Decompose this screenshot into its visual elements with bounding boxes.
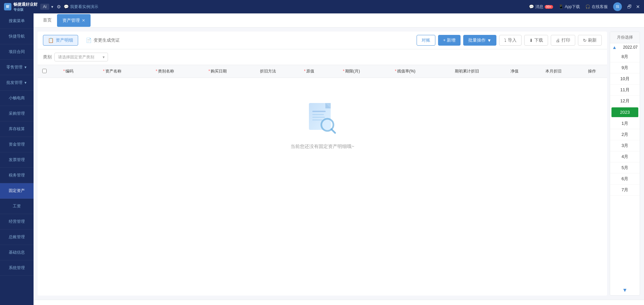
sidebar-search-label: 搜索菜单 — [3, 18, 31, 24]
col-code: *编码 — [51, 65, 86, 78]
col-accumulated-depreciation: 期初累计折旧 — [434, 65, 500, 78]
reconcile-button[interactable]: 对账 — [417, 35, 435, 46]
month-list: 8月 9月 10月 11月 12月 2023 1月 2月 3月 4月 5月 6月… — [610, 51, 640, 285]
month-item-5[interactable]: 5月 — [610, 162, 640, 173]
tab-asset-management[interactable]: 资产管理 ✕ — [57, 14, 91, 27]
sidebar-inventory-label: 库存核算 — [3, 126, 31, 132]
category-filter-wrapper: 请选择固定资产类别 — [54, 53, 108, 61]
col-period: *期限(月) — [327, 65, 376, 78]
sidebar-item-purchase[interactable]: 采购管理 — [0, 106, 34, 121]
main-panel: 📋 资产明细 📄 变更生成凭证 对账 + 新增 — [38, 32, 607, 296]
sidebar-item-basic-info[interactable]: 基础信息 — [0, 245, 34, 260]
tab-close-icon[interactable]: ✕ — [82, 18, 85, 23]
filter-left: 类别 请选择固定资产类别 — [43, 53, 108, 61]
company-selector[interactable]: Ai ▼ — [40, 4, 54, 10]
online-service-button[interactable]: 🎧 在线客服 — [585, 4, 608, 10]
import-button[interactable]: ⤵ 导入 — [499, 35, 522, 46]
svg-point-8 — [323, 120, 332, 129]
sub-tab-change-voucher[interactable]: 📄 变更生成凭证 — [81, 35, 125, 46]
close-button[interactable]: ✕ — [636, 4, 640, 9]
retail-arrow-icon: ▼ — [24, 65, 27, 69]
sidebar-purchase-label: 采购管理 — [3, 111, 31, 116]
print-button[interactable]: 🖨 打印 — [551, 35, 575, 46]
month-item-7[interactable]: 7月 — [610, 185, 640, 196]
sidebar-item-project[interactable]: 项目合同 — [0, 44, 34, 60]
wholesale-arrow-icon: ▼ — [24, 81, 27, 85]
sidebar-item-wholesale[interactable]: 批发管理 ▼ — [0, 75, 34, 91]
asset-table: *编码 *资产名称 *类别名称 *购买日期 折旧方法 *原值 *期限(月) *残… — [38, 65, 607, 78]
sidebar-item-fixed-assets[interactable]: 固定资产 — [0, 183, 34, 199]
batch-button[interactable]: 批量操作 ▼ — [463, 35, 496, 46]
sidebar-item-quicknav[interactable]: 快捷导航 — [0, 29, 34, 44]
download-button[interactable]: ⬇ 下载 — [524, 35, 548, 46]
sidebar-item-ledger[interactable]: 总账管理 — [0, 230, 34, 245]
company-name: Ai — [40, 4, 49, 10]
sidebar-invoice-label: 发票管理 — [3, 157, 31, 163]
bottom-scrollbar[interactable] — [34, 300, 644, 305]
month-item-9[interactable]: 9月 — [610, 62, 640, 73]
sidebar-tax-label: 税务管理 — [3, 172, 31, 178]
sub-tab-asset-detail[interactable]: 📋 资产明细 — [43, 35, 78, 46]
sidebar-item-inventory[interactable]: 库存核算 — [0, 121, 34, 137]
month-item-6[interactable]: 6月 — [610, 173, 640, 185]
table-header-row: *编码 *资产名称 *类别名称 *购买日期 折旧方法 *原值 *期限(月) *残… — [38, 65, 607, 78]
batch-arrow-icon: ▼ — [487, 38, 491, 43]
refresh-button[interactable]: ↻ 刷新 — [578, 35, 602, 46]
refresh-label: 刷新 — [588, 37, 597, 43]
month-item-11[interactable]: 11月 — [610, 85, 640, 96]
restore-button[interactable]: 🗗 — [627, 4, 632, 9]
app-download-button[interactable]: 📱 App下载 — [558, 4, 580, 10]
settings-icon[interactable]: ⚙ — [57, 4, 61, 9]
svg-rect-5 — [312, 117, 325, 118]
month-item-8[interactable]: 8月 — [610, 51, 640, 62]
filter-label: 类别 — [43, 54, 52, 60]
sidebar-item-search[interactable]: 搜索菜单 — [0, 13, 34, 29]
sub-tabs: 📋 资产明细 📄 变更生成凭证 对账 + 新增 — [38, 32, 607, 49]
select-all-header — [38, 65, 51, 78]
sidebar-item-tax[interactable]: 税务管理 — [0, 168, 34, 183]
print-label: 打印 — [561, 37, 570, 43]
sidebar-fixed-assets-label: 固定资产 — [3, 188, 31, 194]
sidebar-ecommerce-label: 小畅电商 — [3, 95, 31, 101]
top-bar-right: 💬 消息 99+ 📱 App下载 🎧 在线客服 我 🗗 ✕ — [529, 2, 640, 11]
month-item-1[interactable]: 1月 — [610, 118, 640, 129]
brand-name: 畅捷通好业财 — [13, 2, 38, 7]
sidebar-item-salary[interactable]: 工资 — [0, 199, 34, 214]
col-category: *类别名称 — [139, 65, 191, 78]
sidebar-retail-label: 零售管理 — [6, 64, 22, 70]
sidebar-item-system[interactable]: 系统管理 — [0, 260, 34, 276]
tab-home[interactable]: 首页 — [38, 14, 57, 27]
batch-label: 批量操作 — [468, 37, 486, 43]
sidebar-item-finance[interactable]: 资金管理 — [0, 137, 34, 152]
svg-rect-3 — [312, 111, 326, 112]
month-item-10[interactable]: 10月 — [610, 73, 640, 85]
online-service-label: 在线客服 — [592, 4, 608, 10]
add-button[interactable]: + 新增 — [438, 35, 461, 46]
user-avatar[interactable]: 我 — [613, 2, 622, 11]
month-item-4[interactable]: 4月 — [610, 151, 640, 162]
download-icon: ⬇ — [529, 38, 533, 43]
sidebar-item-ecommerce[interactable]: 小畅电商 — [0, 91, 34, 106]
svg-rect-4 — [312, 114, 324, 115]
category-filter[interactable]: 请选择固定资产类别 — [54, 53, 108, 61]
month-item-2[interactable]: 2月 — [610, 129, 640, 140]
empty-illustration — [302, 98, 342, 138]
sidebar-quicknav-label: 快捷导航 — [3, 34, 31, 39]
select-all-checkbox[interactable] — [42, 69, 47, 73]
month-picker-nav: ▲ 2022.07 — [610, 43, 640, 51]
sidebar-project-label: 项目合同 — [3, 49, 31, 55]
svg-line-9 — [331, 129, 335, 133]
top-bar-left: 财 畅捷通好业财 专业版 Ai ▼ ⚙ 💬 我要看实例演示 — [4, 2, 98, 12]
month-item-3[interactable]: 3月 — [610, 140, 640, 151]
messages-button[interactable]: 💬 消息 99+ — [529, 4, 553, 10]
sidebar-basic-info-label: 基础信息 — [3, 250, 31, 255]
import-label: 导入 — [508, 37, 517, 43]
month-item-12[interactable]: 12月 — [610, 96, 640, 107]
sidebar-item-retail[interactable]: 零售管理 ▼ — [0, 60, 34, 75]
month-next-button[interactable]: ▼ — [622, 287, 628, 294]
sidebar-item-operations[interactable]: 经营管理 — [0, 214, 34, 230]
month-prev-button[interactable]: ▲ — [612, 45, 617, 50]
demo-link[interactable]: 💬 我要看实例演示 — [64, 4, 98, 10]
sidebar-item-invoice[interactable]: 发票管理 — [0, 152, 34, 168]
top-bar: 财 畅捷通好业财 专业版 Ai ▼ ⚙ 💬 我要看实例演示 💬 消息 99+ 📱… — [0, 0, 644, 13]
